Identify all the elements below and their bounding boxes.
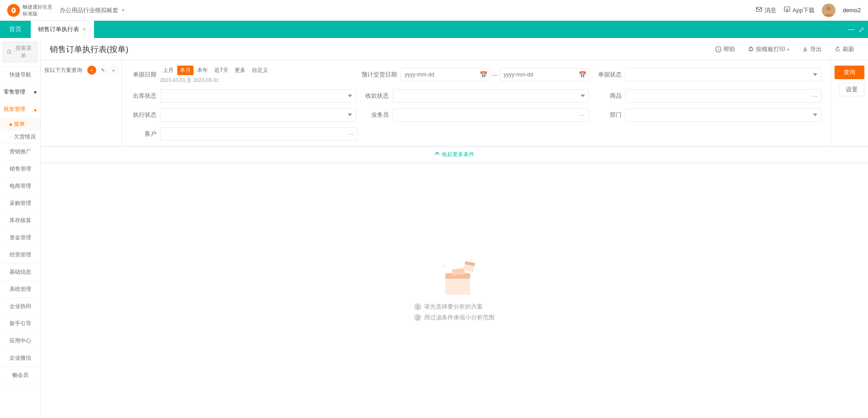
dept-label: 部门	[594, 111, 622, 119]
filter-row-2: 出库状态 收款状态 商品	[129, 89, 821, 103]
app-download-btn[interactable]: App下载	[783, 6, 815, 14]
receive-status-label: 收款状态	[362, 92, 389, 100]
shortcut-this-month[interactable]: 本月	[177, 66, 193, 75]
sidebar-item-quick-nav[interactable]: 快捷导航	[0, 66, 40, 84]
product-picker-btn[interactable]: ···	[810, 92, 819, 100]
logo-icon	[7, 4, 20, 17]
exec-status-select[interactable]	[160, 108, 356, 122]
svg-point-4	[7, 50, 10, 53]
expected-date-start-wrap: 📅	[401, 68, 490, 81]
customer-input[interactable]	[162, 128, 347, 140]
collapse-icon	[434, 151, 440, 156]
message-btn[interactable]: 消息	[755, 6, 776, 14]
expected-date-end[interactable]	[500, 68, 589, 81]
filter-receive-status-field: 收款状态	[362, 89, 589, 103]
product-input[interactable]	[627, 90, 811, 102]
tab-expand-btn[interactable]: ⤢	[859, 25, 864, 34]
sidebar-item-ecommerce[interactable]: 电商管理	[0, 178, 40, 195]
sidebar-item-basic-info[interactable]: 基础信息	[0, 264, 40, 281]
tab-active[interactable]: 销售订单执行表 ×	[31, 21, 94, 38]
collapse-scheme-btn[interactable]: «	[109, 66, 118, 75]
retail-arrow-icon: ▾	[34, 89, 37, 95]
sidebar-item-operations[interactable]: 经营管理	[0, 247, 40, 264]
filter-row-3: 执行状态 业务员 ···	[129, 108, 821, 122]
edit-scheme-btn[interactable]: ✎	[98, 66, 107, 75]
top-nav-left: 畅捷通好生意 标准版 办公用品行业模拟账套 ▾	[7, 4, 124, 17]
svg-text:✦: ✦	[443, 264, 446, 268]
filter-doc-status-field: 单据状态	[594, 68, 821, 81]
shortcut-this-year[interactable]: 本年	[194, 66, 211, 75]
logo-text: 畅捷通好生意 标准版	[23, 4, 52, 17]
shortcut-custom[interactable]: 自定义	[249, 66, 271, 75]
expected-date-range: 📅 — 📅	[401, 68, 589, 81]
user-name[interactable]: demo2	[843, 7, 861, 14]
top-nav-right: 消息 App下载 demo2	[755, 4, 861, 17]
sidebar-item-app-center[interactable]: 应用中心	[0, 332, 40, 350]
sidebar-item-retail[interactable]: 零售管理 ▾	[0, 84, 40, 101]
sidebar-item-wholesale[interactable]: 批发管理 ▴	[0, 101, 40, 118]
salesperson-picker-btn[interactable]: ···	[578, 111, 587, 119]
filter-row-1: 单据日期 上月 本月 本年 近7天 更多 自定义 20	[129, 66, 821, 84]
sidebar-item-enterprise-wechat[interactable]: 企业微信	[0, 350, 40, 367]
sidebar-item-guide[interactable]: 新手引导	[0, 315, 40, 332]
top-navbar: 畅捷通好生意 标准版 办公用品行业模拟账套 ▾ 消息	[0, 0, 868, 21]
export-btn[interactable]: 导出	[797, 43, 826, 55]
sidebar-item-vip[interactable]: 畅会员	[0, 367, 40, 384]
sidebar-search-area: 搜索菜单	[0, 38, 40, 66]
collapse-more-label: 收起更多条件	[442, 151, 474, 158]
exec-status-label: 执行状态	[129, 111, 156, 119]
sidebar-item-marketing[interactable]: 营销推广	[0, 143, 40, 161]
sidebar-item-sales[interactable]: 销售管理	[0, 161, 40, 178]
date-label: 单据日期	[129, 71, 156, 79]
svg-text:✦: ✦	[470, 259, 472, 261]
refresh-btn[interactable]: 刷新	[830, 43, 859, 55]
sidebar-search-label: 搜索菜单	[14, 44, 33, 60]
main-layout: 搜索菜单 快捷导航 零售管理 ▾ 批发管理 ▴ ● 按单 ○ 欠货情况	[0, 38, 868, 418]
filter-left: 按以下方案查询 + ✎ «	[41, 60, 122, 146]
tab-close-btn[interactable]: ×	[82, 25, 87, 33]
sidebar-item-finance[interactable]: 资金管理	[0, 229, 40, 247]
tab-home[interactable]: 首页	[0, 21, 31, 38]
customer-picker-btn[interactable]: ···	[347, 130, 356, 138]
sidebar-item-system[interactable]: 系统管理	[0, 281, 40, 298]
help-btn[interactable]: ? 帮助	[711, 43, 740, 55]
tab-minimize-btn[interactable]: —	[848, 25, 855, 33]
debt-icon: ○	[9, 134, 12, 140]
tab-active-label: 销售订单执行表	[38, 25, 79, 33]
filter-out-status-field: 出库状态	[129, 89, 356, 103]
sidebar-search-btn[interactable]: 搜索菜单	[3, 42, 38, 62]
sidebar-item-inventory[interactable]: 库存核算	[0, 212, 40, 229]
sidebar-sub-press-order[interactable]: ● 按单	[0, 118, 40, 131]
empty-state: ✦ ✦ ✦ 1 请先选择要分析的方案 2 用过滤条件来缩小分析范围	[41, 164, 868, 418]
shortcut-7days[interactable]: 近7天	[212, 66, 231, 75]
settings-btn[interactable]: 设置	[839, 83, 864, 96]
sidebar-section-wholesale: 批发管理 ▴ ● 按单 ○ 欠货情况	[0, 101, 40, 143]
search-icon	[7, 49, 12, 55]
sidebar-item-purchase[interactable]: 采购管理	[0, 195, 40, 212]
shortcut-last-month[interactable]: 上月	[160, 66, 176, 75]
expected-date-start[interactable]	[401, 68, 490, 81]
tab-bar-actions: — ⤢	[848, 25, 868, 34]
dept-select[interactable]	[625, 108, 821, 122]
out-status-select[interactable]	[160, 89, 356, 103]
filter-panel: 按以下方案查询 + ✎ « 单据日期	[41, 60, 868, 147]
date-separator: —	[492, 71, 498, 78]
user-avatar[interactable]	[822, 4, 835, 17]
sidebar-item-cooperation[interactable]: 企业协同	[0, 298, 40, 315]
press-order-icon: ●	[9, 121, 12, 128]
print-dropdown-icon: ▾	[787, 47, 789, 52]
refresh-icon	[835, 46, 841, 52]
message-label: 消息	[764, 6, 776, 14]
doc-status-select[interactable]	[625, 68, 821, 81]
shortcut-more[interactable]: 更多	[232, 66, 248, 75]
salesperson-input[interactable]	[395, 109, 578, 121]
app-title-dropdown[interactable]: ▾	[122, 8, 124, 13]
sidebar-sub-debt[interactable]: ○ 欠货情况	[0, 131, 40, 143]
print-btn[interactable]: 按模板打印 ▾	[743, 43, 794, 55]
svg-text:?: ?	[717, 48, 720, 52]
add-scheme-btn[interactable]: +	[87, 66, 96, 75]
query-btn[interactable]: 查询	[835, 66, 864, 79]
collapse-more-btn[interactable]: 收起更多条件	[41, 147, 868, 162]
empty-tips: 1 请先选择要分析的方案 2 用过滤条件来缩小分析范围	[414, 303, 495, 324]
receive-status-select[interactable]	[392, 89, 589, 103]
